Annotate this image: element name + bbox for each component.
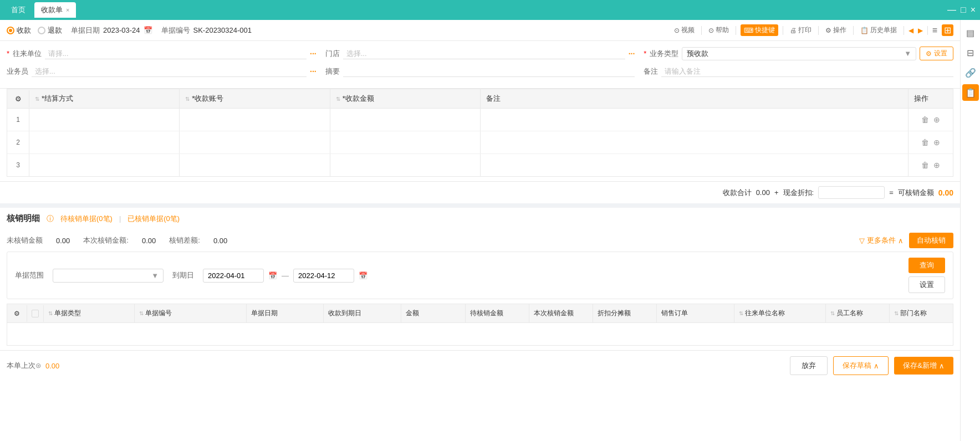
cell-action-1: 🗑 ⊕ bbox=[908, 109, 953, 131]
operation-label: 操作 bbox=[833, 25, 846, 35]
form-row-2: 业务员 ··· 摘要 备注 bbox=[7, 66, 953, 77]
biz-type-label: * 业务类型 bbox=[644, 49, 678, 59]
staff-label: 业务员 bbox=[7, 66, 28, 76]
cell-amount-2[interactable] bbox=[330, 131, 481, 153]
help-btn[interactable]: ⊙ 帮助 bbox=[706, 24, 731, 36]
cell-settle-1[interactable] bbox=[29, 109, 180, 131]
discount-input[interactable] bbox=[818, 186, 885, 199]
summary-input[interactable] bbox=[343, 66, 635, 77]
store-more-btn[interactable]: ··· bbox=[629, 49, 635, 58]
delete-icon-3[interactable]: 🗑 bbox=[921, 161, 929, 170]
list-view-icon[interactable]: ≡ bbox=[932, 25, 937, 35]
grid-view-icon[interactable]: ⊞ bbox=[942, 24, 953, 36]
copy-icon-2[interactable]: ⊕ bbox=[933, 138, 940, 147]
remark-input[interactable] bbox=[661, 66, 953, 77]
sidebar-table-icon[interactable]: ▤ bbox=[962, 24, 979, 41]
section-separator bbox=[0, 203, 960, 208]
cell-remark-3[interactable] bbox=[481, 154, 908, 176]
bth-check[interactable] bbox=[27, 305, 44, 322]
sidebar-list-icon[interactable]: ⊟ bbox=[962, 44, 979, 61]
auto-verify-btn[interactable]: 自动核销 bbox=[909, 233, 953, 248]
range-arrow-icon: ▼ bbox=[151, 271, 159, 280]
sidebar-clip-icon[interactable]: 📋 bbox=[962, 84, 979, 101]
staff-input[interactable] bbox=[32, 66, 307, 77]
bth-type-label: 单据类型 bbox=[54, 309, 81, 318]
cell-amount-3[interactable] bbox=[330, 154, 481, 176]
radio-receive[interactable]: 收款 bbox=[7, 25, 31, 35]
th-remark-label: 备注 bbox=[486, 94, 501, 104]
cell-remark-2[interactable] bbox=[481, 131, 908, 153]
available-value: 0.00 bbox=[938, 188, 953, 197]
calendar-icon[interactable]: 📅 bbox=[144, 26, 152, 34]
bth-discount: 折扣分摊额 bbox=[593, 304, 657, 322]
cell-account-2[interactable] bbox=[180, 131, 330, 153]
bill-num-label: 单据编号 bbox=[161, 25, 190, 35]
radio-refund[interactable]: 退款 bbox=[38, 25, 62, 35]
tab-collection-label: 收款单 bbox=[41, 5, 63, 15]
tab-pending[interactable]: 待核销单据(0笔) bbox=[60, 214, 113, 224]
partner-more-btn[interactable]: ··· bbox=[310, 49, 317, 58]
partner-input[interactable] bbox=[45, 48, 307, 59]
save-draft-btn[interactable]: 保存草稿 ∧ bbox=[833, 356, 889, 375]
filter-actions: 查询 设置 bbox=[908, 258, 945, 293]
calendar-from-icon[interactable]: 📅 bbox=[268, 271, 277, 280]
cell-amount-1[interactable] bbox=[330, 109, 481, 131]
radio-refund-label: 退款 bbox=[48, 25, 62, 35]
abandon-btn[interactable]: 放弃 bbox=[790, 356, 828, 375]
nav-next-icon[interactable]: ▶ bbox=[918, 27, 923, 34]
operation-btn[interactable]: ⚙ 操作 bbox=[823, 24, 849, 36]
calendar-to-icon[interactable]: 📅 bbox=[359, 271, 368, 280]
history-btn[interactable]: 📋 历史单据 bbox=[858, 24, 899, 36]
cell-account-1[interactable] bbox=[180, 109, 330, 131]
shortcut-btn[interactable]: ⌨ 快捷键 bbox=[741, 24, 778, 36]
tab-close-icon[interactable]: × bbox=[66, 7, 69, 13]
store-label: 门店 bbox=[325, 49, 340, 59]
bth-num: ⇅ 单据编号 bbox=[135, 304, 246, 322]
print-btn[interactable]: 🖨 打印 bbox=[788, 24, 814, 36]
divider6 bbox=[904, 26, 904, 35]
select-all-checkbox[interactable] bbox=[32, 310, 39, 317]
window-max-icon[interactable]: □ bbox=[961, 5, 966, 15]
current-verify-value: 0.00 bbox=[142, 237, 156, 245]
date-to-input[interactable] bbox=[293, 269, 354, 283]
store-input[interactable] bbox=[343, 48, 625, 59]
prev-value: 0.00 bbox=[45, 362, 59, 370]
bth-unit-label: 往来单位名称 bbox=[745, 309, 785, 318]
window-min-icon[interactable]: — bbox=[947, 5, 956, 15]
delete-icon-2[interactable]: 🗑 bbox=[921, 138, 929, 147]
date-from-input[interactable] bbox=[203, 269, 264, 283]
bth-pending: 待核销金额 bbox=[466, 304, 529, 322]
delete-icon-1[interactable]: 🗑 bbox=[921, 115, 929, 124]
table-header: ⚙ ⇅ *结算方式 ⇅ *收款账号 ⇅ *收款金额 备注 bbox=[7, 89, 953, 109]
cell-settle-3[interactable] bbox=[29, 154, 180, 176]
divider5 bbox=[853, 26, 854, 35]
window-close-icon[interactable]: × bbox=[971, 5, 976, 15]
cell-account-3[interactable] bbox=[180, 154, 330, 176]
staff-field: 业务员 ··· bbox=[7, 66, 317, 77]
tab-home[interactable]: 首页 bbox=[4, 2, 32, 18]
nav-prev-icon[interactable]: ◀ bbox=[908, 27, 913, 34]
radio-receive-label: 收款 bbox=[17, 25, 31, 35]
query-btn[interactable]: 查询 bbox=[908, 258, 945, 273]
cell-remark-1[interactable] bbox=[481, 109, 908, 131]
filter-settings-btn[interactable]: 设置 bbox=[908, 276, 945, 293]
tab-verified[interactable]: 已核销单据(0笔) bbox=[127, 214, 180, 224]
setting-btn[interactable]: ⚙ 设置 bbox=[920, 47, 953, 60]
more-conditions-btn[interactable]: ▽ 更多条件 ∧ bbox=[859, 235, 904, 245]
th-settings[interactable]: ⚙ bbox=[7, 90, 29, 107]
bth-settings[interactable]: ⚙ bbox=[7, 305, 27, 322]
range-select[interactable]: ▼ bbox=[53, 269, 164, 283]
chevron-up-icon: ∧ bbox=[898, 237, 904, 245]
save-new-btn[interactable]: 保存&新增 ∧ bbox=[894, 357, 953, 375]
cell-settle-2[interactable] bbox=[29, 131, 180, 153]
tab-collection[interactable]: 收款单 × bbox=[34, 2, 76, 18]
copy-icon-1[interactable]: ⊕ bbox=[933, 115, 940, 124]
tab-home-label: 首页 bbox=[11, 5, 25, 15]
verify-info-icon[interactable]: ⓘ bbox=[47, 214, 54, 224]
bth-staff: ⇅ 员工名称 bbox=[826, 304, 890, 322]
copy-icon-3[interactable]: ⊕ bbox=[933, 161, 940, 170]
staff-more-btn[interactable]: ··· bbox=[310, 67, 317, 76]
video-btn[interactable]: ⊙ 视频 bbox=[672, 24, 697, 36]
biz-type-select[interactable]: 预收款 ▼ bbox=[682, 47, 916, 60]
sidebar-link-icon[interactable]: 🔗 bbox=[962, 64, 979, 81]
